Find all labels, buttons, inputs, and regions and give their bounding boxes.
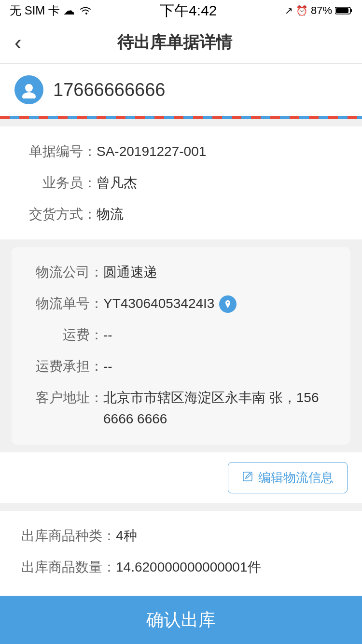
alarm-icon: ⏰ [296, 5, 308, 16]
freight-bear-label: 运费承担： [26, 356, 103, 378]
sales-label: 业务员： [19, 172, 97, 194]
dashed-divider [0, 116, 362, 119]
edit-logistics-row: 编辑物流信息 [0, 452, 362, 503]
goods-quantity-row: 出库商品数量： 14.620000000000001件 [19, 557, 343, 578]
basic-info-section: 单据编号： SA-20191227-001 业务员： 曾凡杰 交货方式： 物流 [0, 126, 362, 239]
svg-point-4 [22, 92, 36, 98]
tracking-label: 物流单号： [26, 293, 103, 315]
sales-value: 曾凡杰 [97, 172, 343, 194]
location-arrow-icon: ↗ [285, 5, 293, 16]
customer-header: 17666666666 [0, 64, 362, 116]
confirm-button-label: 确认出库 [146, 608, 216, 632]
status-right: ↗ ⏰ 87% [285, 4, 352, 17]
doc-number-label: 单据编号： [19, 141, 97, 163]
avatar [14, 75, 43, 104]
status-bar: 无 SIM 卡 ☁ 下午4:42 ↗ ⏰ 87% [0, 0, 362, 21]
battery-icon [335, 6, 352, 15]
battery-text: 87% [311, 4, 332, 17]
edit-logistics-button[interactable]: 编辑物流信息 [228, 462, 348, 493]
status-left: 无 SIM 卡 ☁ [10, 3, 92, 18]
freight-bear-row: 运费承担： -- [26, 356, 336, 378]
freight-label: 运费： [26, 324, 103, 346]
status-time: 下午4:42 [160, 1, 217, 21]
logistics-card: 物流公司： 圆通速递 物流单号： YT43064053424I3 运费： -- … [12, 247, 350, 445]
logistics-company-value: 圆通速递 [103, 262, 336, 283]
doc-number-row: 单据编号： SA-20191227-001 [19, 141, 343, 163]
svg-rect-1 [350, 9, 352, 12]
address-value: 北京市市辖区海淀区永丰南 张，156 6666 6666 [103, 387, 336, 431]
back-button[interactable]: ‹ [14, 30, 22, 55]
location-icon[interactable] [219, 295, 237, 313]
svg-rect-5 [243, 472, 252, 481]
edit-icon [242, 471, 253, 485]
page-title: 待出库单据详情 [31, 31, 319, 54]
doc-number-value: SA-20191227-001 [97, 141, 343, 163]
freight-row: 运费： -- [26, 324, 336, 346]
goods-quantity-value: 14.620000000000001件 [116, 557, 343, 578]
goods-types-label: 出库商品种类： [19, 525, 116, 547]
tracking-row: 物流单号： YT43064053424I3 [26, 293, 336, 315]
address-row: 客户地址： 北京市市辖区海淀区永丰南 张，156 6666 6666 [26, 387, 336, 431]
delivery-row: 交货方式： 物流 [19, 204, 343, 225]
goods-types-value: 4种 [116, 525, 343, 547]
address-label: 客户地址： [26, 387, 103, 409]
tracking-value: YT43064053424I3 [103, 293, 336, 315]
confirm-bar[interactable]: 确认出库 [0, 596, 362, 644]
delivery-value: 物流 [97, 204, 343, 225]
goods-section: 出库商品种类： 4种 出库商品数量： 14.620000000000001件 [0, 511, 362, 593]
freight-value: -- [103, 324, 336, 346]
wifi-icon [79, 6, 92, 15]
svg-rect-2 [336, 8, 348, 13]
nav-bar: ‹ 待出库单据详情 [0, 21, 362, 64]
sales-row: 业务员： 曾凡杰 [19, 172, 343, 194]
edit-logistics-label: 编辑物流信息 [258, 469, 334, 486]
goods-types-row: 出库商品种类： 4种 [19, 525, 343, 547]
svg-point-3 [25, 84, 33, 92]
delivery-label: 交货方式： [19, 204, 97, 225]
goods-quantity-label: 出库商品数量： [19, 557, 116, 578]
freight-bear-value: -- [103, 356, 336, 378]
customer-phone: 17666666666 [53, 80, 165, 100]
sim-text: 无 SIM 卡 ☁ [10, 3, 75, 18]
separator-1 [0, 503, 362, 511]
logistics-company-row: 物流公司： 圆通速递 [26, 262, 336, 283]
logistics-company-label: 物流公司： [26, 262, 103, 283]
